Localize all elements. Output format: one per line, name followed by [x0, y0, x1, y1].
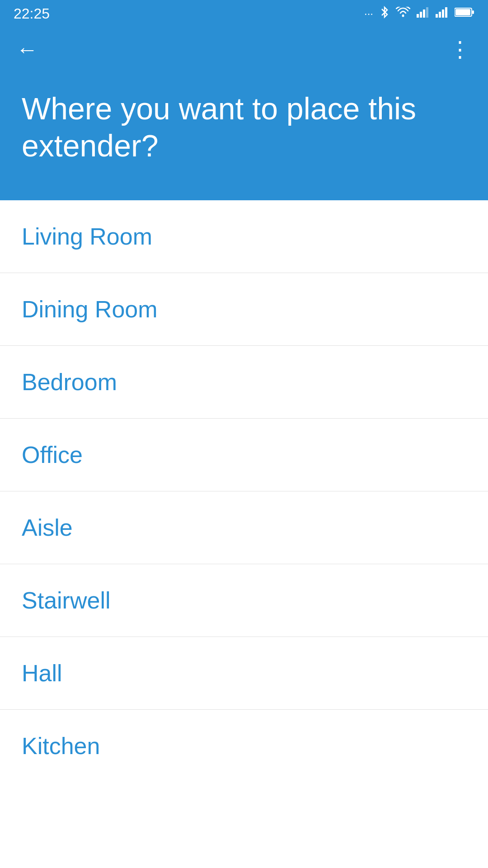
svg-rect-11 — [472, 10, 474, 14]
list-item-hall[interactable]: Hall — [0, 637, 488, 710]
list-item-label: Kitchen — [22, 733, 100, 759]
list-item-label: Aisle — [22, 514, 73, 541]
svg-point-0 — [402, 15, 404, 17]
svg-rect-3 — [423, 9, 425, 18]
wifi-icon — [396, 7, 410, 20]
svg-rect-4 — [426, 7, 428, 18]
header-section: Where you want to place this extender? — [0, 72, 488, 200]
status-time: 22:25 — [14, 5, 50, 22]
svg-rect-5 — [436, 14, 438, 18]
signal2-icon — [436, 7, 448, 20]
list-item-label: Living Room — [22, 223, 152, 250]
svg-rect-8 — [445, 7, 447, 18]
list-item-label: Stairwell — [22, 587, 111, 613]
bluetooth-icon — [380, 6, 389, 21]
list-item-label: Hall — [22, 660, 62, 686]
dots-icon: ··· — [364, 7, 373, 20]
page-title: Where you want to place this extender? — [22, 90, 466, 164]
list-item-label: Dining Room — [22, 296, 158, 322]
list-item-living-room[interactable]: Living Room — [0, 200, 488, 273]
svg-rect-1 — [417, 14, 419, 18]
battery-icon — [455, 7, 474, 20]
list-item-stairwell[interactable]: Stairwell — [0, 564, 488, 637]
list-item-office[interactable]: Office — [0, 419, 488, 491]
list-item-label: Office — [22, 442, 83, 468]
svg-rect-10 — [455, 9, 470, 15]
app-bar: ← ⋮ — [0, 27, 488, 72]
more-options-button[interactable]: ⋮ — [449, 39, 472, 61]
svg-rect-7 — [442, 9, 444, 18]
list-item-kitchen[interactable]: Kitchen — [0, 710, 488, 782]
svg-rect-2 — [420, 12, 422, 18]
list-item-bedroom[interactable]: Bedroom — [0, 346, 488, 419]
status-icons: ··· — [364, 6, 474, 21]
location-list: Living Room Dining Room Bedroom Office A… — [0, 200, 488, 782]
list-item-dining-room[interactable]: Dining Room — [0, 273, 488, 346]
list-item-label: Bedroom — [22, 369, 117, 395]
back-button[interactable]: ← — [16, 39, 38, 61]
status-bar: 22:25 ··· — [0, 0, 488, 27]
signal1-icon — [417, 7, 429, 20]
svg-rect-6 — [439, 12, 441, 18]
list-item-aisle[interactable]: Aisle — [0, 491, 488, 564]
